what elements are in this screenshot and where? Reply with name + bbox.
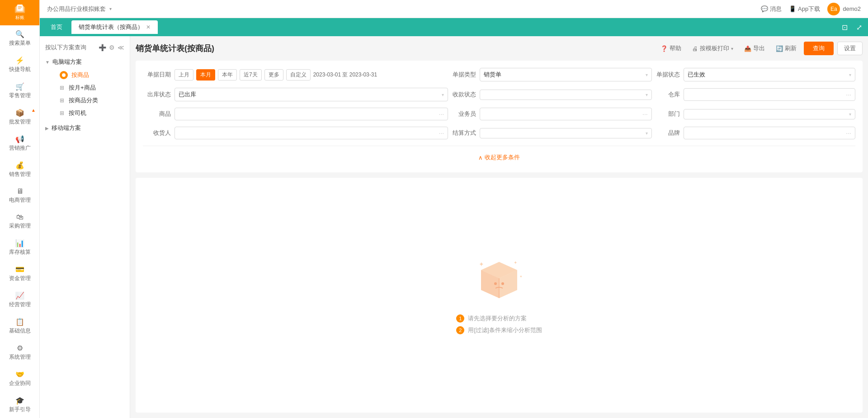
collapse-panel-button[interactable]: ≪ xyxy=(118,44,124,51)
content-area: 按以下方案查询 ➕ ⚙ ≪ ▼ 电脑端方案 按商品 xyxy=(40,36,868,418)
date-btn-this-month[interactable]: 本月 xyxy=(196,69,215,81)
query-button[interactable]: 查询 xyxy=(804,42,834,55)
salesperson-more-icon[interactable]: ··· xyxy=(642,110,648,118)
date-btn-custom[interactable]: 自定义 xyxy=(286,69,311,81)
department-select[interactable]: ▾ xyxy=(684,109,855,119)
stock-status-select[interactable]: 已出库 ▾ xyxy=(175,88,448,101)
recipient-more-icon[interactable]: ··· xyxy=(439,129,444,137)
export-label: 导出 xyxy=(753,44,765,52)
settlement-dropdown-icon: ▾ xyxy=(646,131,648,136)
settlement-select[interactable]: ▾ xyxy=(480,128,651,138)
date-btn-this-year[interactable]: 本年 xyxy=(218,69,237,81)
print-dropdown-icon[interactable]: ▾ xyxy=(731,46,733,51)
tab-bar: 首页 销货单统计表（按商品） ✕ ⊡ ⤢ xyxy=(40,18,868,36)
product-more-icon[interactable]: ··· xyxy=(439,110,444,118)
sidebar-item-marketing[interactable]: 📢 营销推广 xyxy=(0,130,39,157)
sidebar-item-sales[interactable]: 💰 销售管理 xyxy=(0,157,39,183)
system-icon: ⚙ xyxy=(2,344,37,352)
tree-section-desktop[interactable]: ▼ 电脑端方案 xyxy=(40,55,130,69)
user-menu-button[interactable]: Ea demo2 xyxy=(827,3,861,15)
operations-icon: 📈 xyxy=(2,291,37,300)
warehouse-more-icon[interactable]: ··· xyxy=(846,91,851,98)
export-button[interactable]: 📤 导出 xyxy=(741,43,769,54)
doc-status-select[interactable]: 已生效 ▾ xyxy=(684,68,855,81)
header-dropdown-icon[interactable]: ▾ xyxy=(109,6,112,11)
tutorial-icon: 🎓 xyxy=(2,396,37,405)
sidebar-item-tutorial[interactable]: 🎓 新手引导 xyxy=(0,392,39,418)
sidebar-item-enterprise[interactable]: 🤝 企业协同 xyxy=(0,366,39,392)
sidebar-item-procurement[interactable]: 🛍 采购管理 xyxy=(0,209,39,234)
tab-close-icon[interactable]: ✕ xyxy=(146,24,151,30)
filter-row-1: 单据日期 上月 本月 本年 近7天 更多 自定义 2023-03-01 至 20… xyxy=(143,68,855,81)
doc-type-value: 销货单 xyxy=(484,71,501,79)
left-panel-header: 按以下方案查询 ➕ ⚙ ≪ xyxy=(40,40,130,55)
help-label: 帮助 xyxy=(670,44,681,52)
sidebar-item-quick-nav[interactable]: ⚡ 快捷导航 xyxy=(0,52,39,78)
warehouse-select[interactable]: ··· xyxy=(684,88,855,101)
sidebar-item-inventory[interactable]: 📊 库存核算 xyxy=(0,234,39,261)
date-btn-more[interactable]: 更多 xyxy=(264,69,283,81)
tab-minimize-button[interactable]: ⊡ xyxy=(839,22,850,33)
message-button[interactable]: 💬 消息 xyxy=(761,5,782,13)
recipient-select[interactable]: ··· xyxy=(175,127,448,139)
svg-text:✦: ✦ xyxy=(514,260,517,265)
tab-maximize-button[interactable]: ⤢ xyxy=(854,22,864,33)
step-1-text: 请先选择要分析的方案 xyxy=(468,314,527,323)
scheme-by-month-product[interactable]: ⊞ 按月+商品 xyxy=(47,81,130,94)
sidebar-item-finance[interactable]: 💳 资金管理 xyxy=(0,261,39,287)
sidebar-item-search[interactable]: 🔍 搜索菜单 xyxy=(0,25,39,52)
brand-select[interactable]: ··· xyxy=(684,127,855,139)
product-select[interactable]: ··· xyxy=(175,108,448,120)
sidebar-item-ecommerce[interactable]: 🖥 电商管理 xyxy=(0,183,39,209)
tab-sales-stats[interactable]: 销货单统计表（按商品） ✕ xyxy=(71,20,158,34)
scheme-by-product[interactable]: 按商品 xyxy=(47,69,130,81)
sidebar-item-operations[interactable]: 📈 经营管理 xyxy=(0,287,39,313)
empty-state: ✦ ✦ ✦ 1 请先选择要分析的方案 2 用[过滤]条件来缩小分析范围 xyxy=(136,178,863,413)
svg-text:✦: ✦ xyxy=(479,261,484,268)
department-label: 部门 xyxy=(652,110,684,118)
filter-payment-status-item: 收款状态 ▾ xyxy=(448,90,651,100)
main-area: 办公用品行业模拟账套 ▾ 💬 消息 📱 App下载 Ea demo2 首页 xyxy=(40,0,868,418)
tree-section-mobile[interactable]: ▶ 移动端方案 xyxy=(40,121,130,135)
logo-icon xyxy=(12,5,28,14)
toolbar-actions: ❓ 帮助 🖨 按模板打印 ▾ 📤 导出 🔄 刷新 xyxy=(657,42,863,55)
inventory-icon: 📊 xyxy=(2,239,37,247)
filter-doc-status-item: 单据状态 已生效 ▾ xyxy=(652,68,855,81)
sidebar-item-system[interactable]: ⚙ 系统管理 xyxy=(0,339,39,366)
help-button[interactable]: ❓ 帮助 xyxy=(657,43,685,54)
help-icon: ❓ xyxy=(660,45,668,52)
empty-step-1: 1 请先选择要分析的方案 xyxy=(456,314,542,323)
doc-type-select[interactable]: 销货单 ▾ xyxy=(480,68,651,81)
filter-row-3: 商品 ··· 业务员 ··· xyxy=(143,108,855,120)
date-btn-last-month[interactable]: 上月 xyxy=(175,69,193,81)
add-scheme-button[interactable]: ➕ xyxy=(99,44,106,51)
app-download-button[interactable]: 📱 App下载 xyxy=(789,5,820,13)
sidebar-item-label: 电商管理 xyxy=(9,197,31,203)
doc-status-value: 已生效 xyxy=(688,71,705,79)
scheme-by-category[interactable]: ⊞ 按商品分类 xyxy=(47,94,130,107)
date-filter-control: 上月 本月 本年 近7天 更多 自定义 2023-03-01 至 2023-03… xyxy=(175,69,448,81)
svg-text:✦: ✦ xyxy=(519,275,523,279)
salesperson-select[interactable]: ··· xyxy=(480,108,651,120)
refresh-button[interactable]: 🔄 刷新 xyxy=(772,43,800,54)
doc-status-dropdown-icon: ▾ xyxy=(849,72,851,77)
settings-button[interactable]: 设置 xyxy=(837,42,863,55)
date-btn-7days[interactable]: 近7天 xyxy=(240,69,262,81)
sidebar-item-base[interactable]: 📋 基础信息 xyxy=(0,313,39,339)
tab-home[interactable]: 首页 xyxy=(43,20,70,34)
scheme-by-cashier-label: 按司机 xyxy=(69,109,86,117)
collapse-filter-button[interactable]: ∧ 收起更多条件 xyxy=(143,150,855,165)
stock-status-control: 已出库 ▾ xyxy=(175,88,448,101)
finance-icon: 💳 xyxy=(2,265,37,274)
print-button[interactable]: 🖨 按模板打印 ▾ xyxy=(689,43,737,54)
scheme-icon-grid1: ⊞ xyxy=(60,85,64,91)
payment-status-select[interactable]: ▾ xyxy=(480,90,651,100)
left-panel-title: 按以下方案查询 xyxy=(45,43,86,52)
settings-scheme-button[interactable]: ⚙ xyxy=(109,44,115,51)
brand-more-icon[interactable]: ··· xyxy=(846,129,851,137)
logo-text: 标账 xyxy=(15,14,24,21)
sidebar-item-wholesale[interactable]: 📦 批发管理 ▲ xyxy=(0,104,39,130)
sidebar-item-retail[interactable]: 🛒 零售管理 xyxy=(0,78,39,104)
retail-icon: 🛒 xyxy=(2,82,37,91)
scheme-by-cashier[interactable]: ⊞ 按司机 xyxy=(47,107,130,119)
